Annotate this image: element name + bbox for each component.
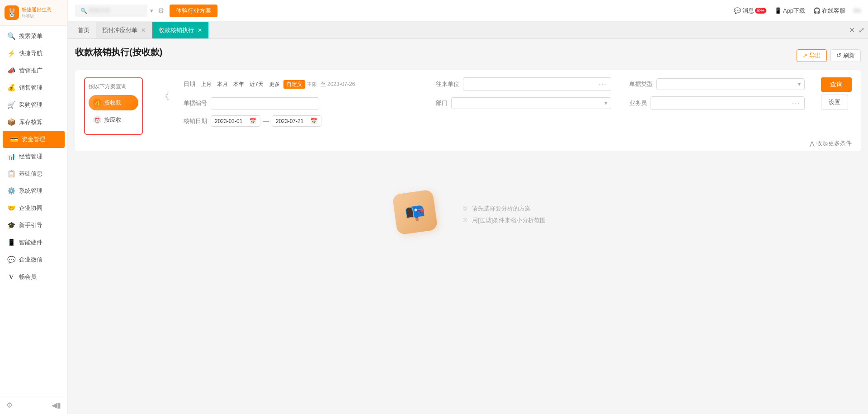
purchase-icon: 🛒	[7, 101, 15, 109]
bill-no-input[interactable]	[211, 97, 319, 109]
date-shortcuts: 上月 本月 本年 近7天 更多 自定义 不限 至 2023-07-26	[199, 80, 418, 89]
refresh-icon: ↺	[836, 52, 841, 59]
date-field-group: 日期 上月 本月 本年 近7天 更多 自定义 不限	[184, 80, 418, 89]
sidebar-item-enterprise[interactable]: 🤝 企业协同	[0, 200, 67, 217]
message-button[interactable]: 💬 消息 99+	[734, 7, 766, 15]
sidebar-item-finance[interactable]: 💳 资金管理	[3, 131, 65, 148]
collapse-sidebar-icon[interactable]: ◀▮	[52, 401, 61, 409]
sidebar-item-hardware[interactable]: 📱 智能硬件	[0, 234, 67, 251]
sidebar-item-label: 畅会员	[19, 273, 37, 281]
operations-icon: 📊	[7, 152, 15, 161]
system-icon: ⚙️	[7, 187, 15, 195]
date-to-text: 至 2023-07-26	[321, 81, 355, 88]
sidebar-item-label: 系统管理	[19, 187, 42, 195]
sidebar-item-guide[interactable]: 🎓 新手引导	[0, 217, 67, 234]
counterpart-field-group: 往来单位 ···	[436, 77, 611, 91]
dept-label: 部门	[436, 99, 448, 107]
export-icon: ↗	[802, 52, 807, 59]
sidebar-item-base-info[interactable]: 📋 基础信息	[0, 165, 67, 182]
verify-date-label: 核销日期	[184, 117, 207, 125]
topbar-search[interactable]: 🔍 搜索内容	[75, 5, 147, 17]
sidebar-item-system[interactable]: ⚙️ 系统管理	[0, 182, 67, 200]
empty-state: 📭 ① 请先选择要分析的方案 ② 用[过滤]条件来缩小分析范围	[75, 151, 861, 260]
tab-close-all-icon[interactable]: ✕	[849, 26, 855, 34]
sidebar-item-quick-nav[interactable]: ⚡ 快捷导航	[0, 45, 67, 62]
sales-icon: 💰	[7, 84, 15, 92]
sidebar-menu: 🔍 搜索菜单 ⚡ 快捷导航 📣 营销推广 💰 销售管理 🛒 采购管理 📦 库存核…	[0, 26, 67, 396]
page-action-buttons: ↗ 导出 ↺ 刷新	[797, 49, 861, 62]
topbar-gear-icon[interactable]: ⚙	[158, 6, 164, 15]
shortcut-this-year[interactable]: 本年	[231, 80, 246, 89]
empty-hints: ① 请先选择要分析的方案 ② 用[过滤]条件来缩小分析范围	[462, 203, 546, 226]
counterpart-dots-icon: ···	[598, 80, 607, 88]
topbar-chevron-icon[interactable]: ▾	[150, 7, 153, 14]
counterpart-select[interactable]: ···	[463, 77, 611, 91]
sidebar-item-vip[interactable]: V 畅会员	[0, 268, 67, 286]
date-range-dash: —	[263, 118, 269, 124]
verify-date-range: 2023-03-01 📅 — 2023-07-21 📅	[211, 115, 321, 127]
collapse-panel-icon[interactable]: 《	[161, 91, 169, 102]
sidebar-item-label: 资金管理	[22, 135, 45, 143]
tab-receipt[interactable]: 收款核销执行 ✕	[152, 22, 209, 38]
sidebar-item-label: 采购管理	[19, 101, 42, 109]
filter-by-receipt[interactable]: 💰 按收款	[89, 95, 138, 110]
sidebar-item-sales[interactable]: 💰 销售管理	[0, 79, 67, 96]
query-button[interactable]: 查询	[821, 77, 852, 92]
tab-expand-icon[interactable]: ⤢	[859, 26, 864, 34]
shortcut-last-month[interactable]: 上月	[199, 80, 213, 89]
verify-date-end-input[interactable]: 2023-07-21 📅	[272, 115, 321, 127]
tab-receipt-close-icon[interactable]: ✕	[198, 27, 202, 33]
calendar-start-icon: 📅	[249, 118, 256, 124]
export-button[interactable]: ↗ 导出	[797, 49, 827, 62]
topbar-left: 🔍 搜索内容 ▾ ⚙ 体验行业方案	[75, 5, 734, 17]
sidebar-item-wechat[interactable]: 💬 企业微信	[0, 251, 67, 268]
shortcut-more[interactable]: 更多	[267, 80, 282, 89]
empty-hint-1: 请先选择要分析的方案	[472, 205, 531, 212]
dept-select[interactable]: ▾	[451, 97, 611, 109]
shortcut-this-month[interactable]: 本月	[215, 80, 230, 89]
search-action-buttons: 查询 设置	[821, 77, 852, 110]
industry-solution-button[interactable]: 体验行业方案	[170, 5, 217, 17]
tab-home-label: 首页	[78, 26, 90, 34]
shortcut-custom[interactable]: 自定义	[283, 80, 305, 89]
bill-type-field-group: 单据类型 ▾	[629, 78, 805, 90]
tab-prepay-close-icon[interactable]: ✕	[141, 27, 146, 33]
page-content: 收款核销执行(按收款) ↗ 导出 ↺ 刷新 按以下方案查询 💰	[68, 39, 868, 414]
sidebar-item-inventory[interactable]: 📦 库存核算	[0, 114, 67, 131]
verify-date-start-input[interactable]: 2023-03-01 📅	[211, 115, 260, 127]
verify-date-start-value: 2023-03-01	[215, 118, 242, 124]
date-label: 日期	[184, 80, 195, 88]
sidebar-item-marketing[interactable]: 📣 营销推广	[0, 62, 67, 79]
sidebar-item-operations[interactable]: 📊 经营管理	[0, 148, 67, 165]
message-icon: 💬	[734, 7, 741, 14]
bill-type-label: 单据类型	[629, 80, 653, 88]
tabbar-right-actions: ✕ ⤢	[849, 26, 864, 34]
panel-collapse-toggle[interactable]: 《	[161, 77, 169, 102]
logo-edition: 标准版	[22, 13, 52, 19]
date-no-limit: 不限	[307, 81, 317, 88]
tab-prepay[interactable]: 预付冲应付单 ✕	[96, 22, 152, 38]
settings-button[interactable]: 设置	[821, 95, 848, 110]
online-service-button[interactable]: 🎧 在线客服	[813, 7, 845, 15]
sidebar-item-search[interactable]: 🔍 搜索菜单	[0, 28, 67, 45]
filter-by-receivable[interactable]: ⏰ 按应收	[89, 112, 138, 128]
collapse-more-conditions[interactable]: ⋀ 收起更多条件	[84, 139, 852, 148]
staff-label: 业务员	[629, 99, 647, 107]
settings-icon[interactable]: ⚙	[6, 401, 13, 409]
sidebar-item-label: 经营管理	[19, 152, 42, 161]
app-download-button[interactable]: 📱 App下载	[774, 7, 805, 15]
tab-prepay-label: 预付冲应付单	[102, 26, 137, 34]
enterprise-icon: 🤝	[7, 204, 15, 212]
shortcut-7days[interactable]: 近7天	[248, 80, 265, 89]
bill-type-select[interactable]: ▾	[656, 78, 805, 90]
user-name[interactable]: Rit	[854, 7, 861, 14]
filter-receipt-label: 按收款	[104, 99, 122, 107]
sidebar-item-label: 企业微信	[19, 256, 42, 264]
main-area: 🔍 搜索内容 ▾ ⚙ 体验行业方案 💬 消息 99+ 📱 App下载 🎧 在线客…	[68, 0, 868, 414]
filter-receipt-icon: 💰	[93, 99, 101, 107]
sidebar-item-purchase[interactable]: 🛒 采购管理	[0, 96, 67, 114]
tab-home[interactable]: 首页	[71, 22, 96, 38]
refresh-button[interactable]: ↺ 刷新	[830, 49, 861, 62]
bill-no-field-group: 单据编号	[184, 97, 418, 109]
staff-select[interactable]: ···	[651, 96, 805, 110]
